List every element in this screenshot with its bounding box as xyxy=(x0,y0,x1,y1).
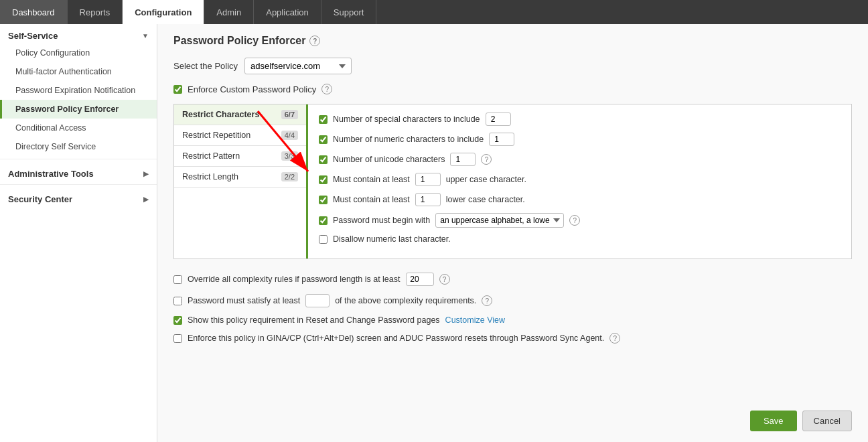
special-chars-checkbox[interactable] xyxy=(319,115,328,124)
enforce-label: Enforce Custom Password Policy xyxy=(188,84,316,94)
rules-right-panel: Number of special characters to include … xyxy=(308,104,851,259)
nav-dashboard[interactable]: Dashboard xyxy=(0,0,68,24)
satisfy-help-icon[interactable]: ? xyxy=(482,295,492,306)
sidebar-item-password-expiration[interactable]: Password Expiration Notification xyxy=(0,81,157,100)
rule-badge-3: 2/2 xyxy=(281,172,298,181)
rules-tabs: Restrict Characters 6/7 Restrict Repetit… xyxy=(174,104,308,259)
enforce-row: Enforce Custom Password Policy ? xyxy=(173,84,852,94)
satisfy-input[interactable] xyxy=(305,294,330,307)
override-length-input[interactable] xyxy=(406,273,434,286)
bottom-options: Override all complexity rules if passwor… xyxy=(173,270,852,354)
begin-with-select[interactable]: an uppercase alphabet, a lowe xyxy=(435,213,564,228)
disallow-numeric-last-checkbox[interactable] xyxy=(319,235,328,244)
action-buttons: Save Cancel xyxy=(750,411,852,431)
rule-badge-1: 4/4 xyxy=(281,131,298,140)
bottom-option-satisfy: Password must satisfy at least of the ab… xyxy=(173,294,852,307)
chevron-down-icon: ▼ xyxy=(142,32,149,40)
sidebar-item-policy-configuration[interactable]: Policy Configuration xyxy=(0,44,157,62)
enforce-gina-checkbox[interactable] xyxy=(173,334,182,343)
override-help-icon[interactable]: ? xyxy=(439,274,450,285)
rule-tab-restrict-pattern[interactable]: Restrict Pattern 3/3 xyxy=(174,146,306,167)
sidebar-section-security-center: Security Center ▶ xyxy=(0,188,157,207)
rule-option-special-chars: Number of special characters to include xyxy=(319,113,841,126)
lowercase-input[interactable] xyxy=(415,193,441,206)
override-checkbox[interactable] xyxy=(173,275,182,284)
rule-option-uppercase: Must contain at least upper case charact… xyxy=(319,173,841,186)
special-chars-input[interactable] xyxy=(486,113,511,126)
customize-view-link[interactable]: Customize View xyxy=(445,315,505,325)
rules-content-area: Restrict Characters 6/7 Restrict Repetit… xyxy=(174,104,851,259)
numeric-chars-checkbox[interactable] xyxy=(319,135,328,144)
chevron-right-icon: ▶ xyxy=(143,170,149,177)
rule-option-unicode-chars: Number of unicode characters ? xyxy=(319,153,841,166)
nav-support[interactable]: Support xyxy=(321,0,377,24)
cancel-button[interactable]: Cancel xyxy=(802,411,852,431)
chevron-right-icon-2: ▶ xyxy=(143,196,149,203)
rule-option-disallow-numeric-last: Disallow numeric last character. xyxy=(319,234,841,244)
rule-tab-restrict-characters[interactable]: Restrict Characters 6/7 xyxy=(174,104,306,125)
enforce-help-icon[interactable]: ? xyxy=(321,84,332,94)
bottom-option-override: Override all complexity rules if passwor… xyxy=(173,273,852,286)
nav-reports[interactable]: Reports xyxy=(68,0,123,24)
top-navigation: Dashboard Reports Configuration Admin Ap… xyxy=(0,0,868,24)
page-title: Password Policy Enforcer ? xyxy=(173,35,852,47)
nav-application[interactable]: Application xyxy=(254,0,321,24)
sidebar-section-self-service: Self-Service ▼ xyxy=(0,24,157,44)
rule-badge-2: 3/3 xyxy=(281,151,298,161)
content-area: Password Policy Enforcer ? Select the Po… xyxy=(157,24,868,442)
lowercase-checkbox[interactable] xyxy=(319,196,328,204)
sidebar-item-password-policy[interactable]: Password Policy Enforcer xyxy=(0,100,157,119)
uppercase-checkbox[interactable] xyxy=(319,175,328,184)
rule-tab-restrict-repetition[interactable]: Restrict Repetition 4/4 xyxy=(174,125,306,146)
unicode-chars-checkbox[interactable] xyxy=(319,155,328,164)
sidebar-item-directory-self-service[interactable]: Directory Self Service xyxy=(0,137,157,156)
sidebar-section-admin-tools: Administrative Tools ▶ xyxy=(0,162,157,181)
enforce-gina-help-icon[interactable]: ? xyxy=(609,333,620,344)
uppercase-input[interactable] xyxy=(415,173,441,186)
enforce-checkbox[interactable] xyxy=(173,85,182,94)
unicode-help-icon[interactable]: ? xyxy=(481,154,492,165)
page-title-help-icon[interactable]: ? xyxy=(309,35,320,46)
rule-option-lowercase: Must contain at least lower case charact… xyxy=(319,193,841,206)
main-layout: Self-Service ▼ Policy Configuration Mult… xyxy=(0,24,868,442)
show-policy-checkbox[interactable] xyxy=(173,316,182,325)
rule-badge-0: 6/7 xyxy=(281,110,298,119)
begin-with-checkbox[interactable] xyxy=(319,216,328,225)
rule-option-begin-with: Password must begin with an uppercase al… xyxy=(319,213,841,228)
sidebar-item-conditional-access[interactable]: Conditional Access xyxy=(0,119,157,137)
sidebar-item-mfa[interactable]: Multi-factor Authentication xyxy=(0,62,157,81)
unicode-chars-input[interactable] xyxy=(450,153,476,166)
policy-select-row: Select the Policy adselfservice.com xyxy=(173,58,852,74)
rule-tab-restrict-length[interactable]: Restrict Length 2/2 xyxy=(174,167,306,188)
sidebar: Self-Service ▼ Policy Configuration Mult… xyxy=(0,24,157,442)
bottom-option-enforce-gina: Enforce this policy in GINA/CP (Ctrl+Alt… xyxy=(173,333,852,344)
policy-select-label: Select the Policy xyxy=(173,61,238,71)
begin-with-help-icon[interactable]: ? xyxy=(569,215,580,226)
satisfy-checkbox[interactable] xyxy=(173,297,182,305)
policy-select[interactable]: adselfservice.com xyxy=(244,58,352,74)
numeric-chars-input[interactable] xyxy=(489,133,514,146)
bottom-option-show-policy: Show this policy requirement in Reset an… xyxy=(173,315,852,325)
save-button[interactable]: Save xyxy=(750,411,797,431)
rule-option-numeric-chars: Number of numeric characters to include xyxy=(319,133,841,146)
nav-configuration[interactable]: Configuration xyxy=(123,0,204,24)
nav-admin[interactable]: Admin xyxy=(204,0,254,24)
rules-box: Restrict Characters 6/7 Restrict Repetit… xyxy=(173,104,852,259)
